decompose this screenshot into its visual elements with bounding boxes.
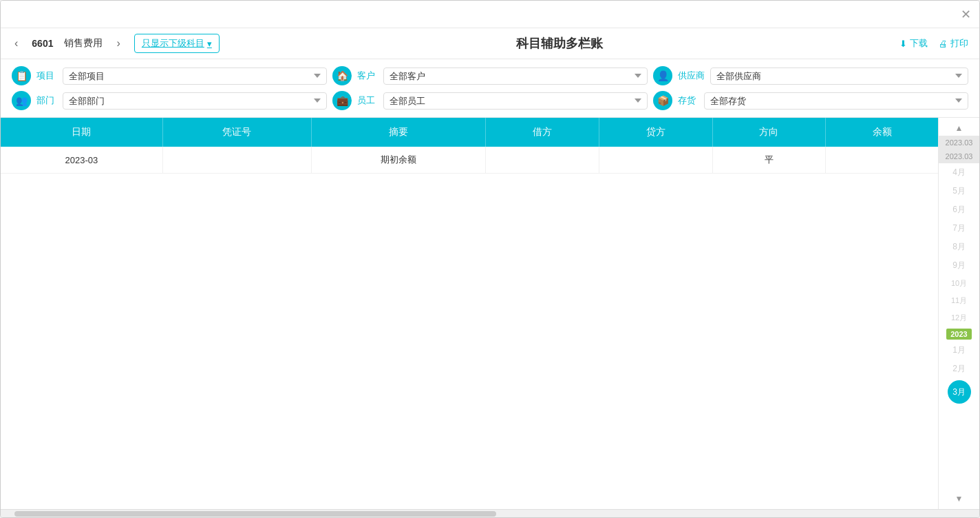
filters-panel: 📋 项目 全部项目 🏠 客户 全部客户 👤 供应商 全部供应商 👥 部门 全 bbox=[1, 59, 979, 118]
download-label: 下载 bbox=[910, 37, 928, 50]
side-up-button[interactable]: ▲ bbox=[939, 121, 979, 136]
side-month-1[interactable]: 1月 bbox=[939, 341, 979, 360]
print-label: 打印 bbox=[950, 37, 968, 50]
scrollbar-thumb[interactable] bbox=[14, 511, 496, 517]
table-row: 2023-03 期初余额 平 bbox=[1, 147, 938, 174]
side-month-5[interactable]: 5月 bbox=[939, 182, 979, 200]
supplier-icon: 👤 bbox=[653, 66, 672, 85]
cell-direction: 平 bbox=[712, 147, 826, 174]
main-window: ✕ ‹ 6601 销售费用 › 只显示下级科目 ▾ 科目辅助多栏账 ⬇ 下载 🖨… bbox=[0, 0, 980, 518]
project-select[interactable]: 全部项目 bbox=[63, 68, 327, 85]
col-balance: 余额 bbox=[826, 118, 938, 147]
table-wrapper: 日期 凭证号 摘要 借方 贷方 方向 余额 2023-03 bbox=[1, 118, 938, 174]
side-month-3-active[interactable]: 3月 bbox=[948, 380, 971, 404]
year-badge: 2023 bbox=[946, 329, 971, 340]
col-voucher: 凭证号 bbox=[162, 118, 311, 147]
filter-inventory: 📦 存货 全部存货 bbox=[653, 91, 968, 110]
side-month-7[interactable]: 7月 bbox=[939, 219, 979, 238]
project-label: 项目 bbox=[36, 70, 57, 82]
employee-label: 员工 bbox=[357, 94, 378, 107]
account-code: 6601 bbox=[32, 38, 53, 49]
customer-icon: 🏠 bbox=[332, 66, 352, 85]
filter-department: 👥 部门 全部部门 bbox=[12, 91, 327, 110]
account-name: 销售费用 bbox=[64, 37, 103, 50]
filter-customer: 🏠 客户 全部客户 bbox=[332, 66, 648, 85]
inventory-select[interactable]: 全部存货 bbox=[704, 92, 968, 110]
print-icon: 🖨 bbox=[939, 39, 948, 49]
side-month-9[interactable]: 9月 bbox=[939, 256, 979, 275]
cell-credit bbox=[599, 147, 712, 174]
employee-select[interactable]: 全部员工 bbox=[383, 92, 648, 110]
next-account-button[interactable]: › bbox=[114, 36, 122, 51]
customer-label: 客户 bbox=[357, 70, 378, 82]
department-select[interactable]: 全部部门 bbox=[63, 92, 327, 110]
cell-voucher bbox=[162, 147, 311, 174]
side-panel: ▲ 2023.03 2023.03 4月 5月 6月 7月 8月 9月 10月 … bbox=[938, 118, 979, 509]
inventory-icon: 📦 bbox=[653, 91, 672, 110]
toolbar: ‹ 6601 销售费用 › 只显示下级科目 ▾ 科目辅助多栏账 ⬇ 下载 🖨 打… bbox=[1, 28, 979, 59]
chevron-down-icon: ▾ bbox=[207, 39, 212, 49]
side-month-8[interactable]: 8月 bbox=[939, 238, 979, 256]
col-summary: 摘要 bbox=[311, 118, 485, 147]
supplier-select[interactable]: 全部供应商 bbox=[710, 68, 968, 85]
side-month-11[interactable]: 11月 bbox=[939, 292, 979, 309]
col-credit: 贷方 bbox=[599, 118, 712, 147]
side-item-2023-03-1[interactable]: 2023.03 bbox=[939, 136, 979, 149]
show-sub-label: 只显示下级科目 bbox=[142, 37, 204, 50]
filter-supplier: 👤 供应商 全部供应商 bbox=[653, 66, 968, 85]
horizontal-scrollbar[interactable] bbox=[1, 509, 979, 517]
year-badge-wrapper: 2023 bbox=[946, 327, 971, 341]
inventory-label: 存货 bbox=[678, 94, 699, 107]
filter-project: 📋 项目 全部项目 bbox=[12, 66, 327, 85]
cell-date: 2023-03 bbox=[1, 147, 162, 174]
side-month-10[interactable]: 10月 bbox=[939, 275, 979, 292]
col-direction: 方向 bbox=[712, 118, 826, 147]
department-icon: 👥 bbox=[12, 91, 31, 110]
ledger-table: 日期 凭证号 摘要 借方 贷方 方向 余额 2023-03 bbox=[1, 118, 938, 174]
action-buttons: ⬇ 下载 🖨 打印 bbox=[899, 37, 968, 50]
side-month-6[interactable]: 6月 bbox=[939, 200, 979, 219]
table-header-row: 日期 凭证号 摘要 借方 贷方 方向 余额 bbox=[1, 118, 938, 147]
side-month-4[interactable]: 4月 bbox=[939, 163, 979, 182]
download-button[interactable]: ⬇ 下载 bbox=[899, 37, 928, 50]
print-button[interactable]: 🖨 打印 bbox=[939, 37, 968, 50]
employee-icon: 💼 bbox=[332, 91, 352, 110]
supplier-label: 供应商 bbox=[678, 70, 705, 82]
side-down-button[interactable]: ▼ bbox=[939, 491, 979, 506]
download-icon: ⬇ bbox=[899, 39, 907, 49]
side-item-2023-03-2[interactable]: 2023.03 bbox=[939, 149, 979, 163]
department-label: 部门 bbox=[36, 94, 57, 107]
title-bar: ✕ bbox=[1, 1, 979, 28]
cell-balance bbox=[826, 147, 938, 174]
project-icon: 📋 bbox=[12, 66, 31, 85]
side-month-2[interactable]: 2月 bbox=[939, 360, 979, 378]
close-button[interactable]: ✕ bbox=[961, 8, 971, 21]
content-area: 日期 凭证号 摘要 借方 贷方 方向 余额 2023-03 bbox=[1, 118, 979, 509]
customer-select[interactable]: 全部客户 bbox=[383, 68, 648, 85]
prev-account-button[interactable]: ‹ bbox=[12, 36, 21, 51]
side-month-3-wrapper: 3月 bbox=[939, 378, 979, 406]
col-debit: 借方 bbox=[485, 118, 599, 147]
filter-employee: 💼 员工 全部员工 bbox=[332, 91, 648, 110]
page-title: 科目辅助多栏账 bbox=[231, 35, 888, 52]
show-sub-button[interactable]: 只显示下级科目 ▾ bbox=[134, 34, 220, 53]
side-month-12[interactable]: 12月 bbox=[939, 309, 979, 327]
cell-debit bbox=[485, 147, 599, 174]
main-table-area[interactable]: 日期 凭证号 摘要 借方 贷方 方向 余额 2023-03 bbox=[1, 118, 938, 509]
col-date: 日期 bbox=[1, 118, 162, 147]
cell-summary: 期初余额 bbox=[311, 147, 485, 174]
